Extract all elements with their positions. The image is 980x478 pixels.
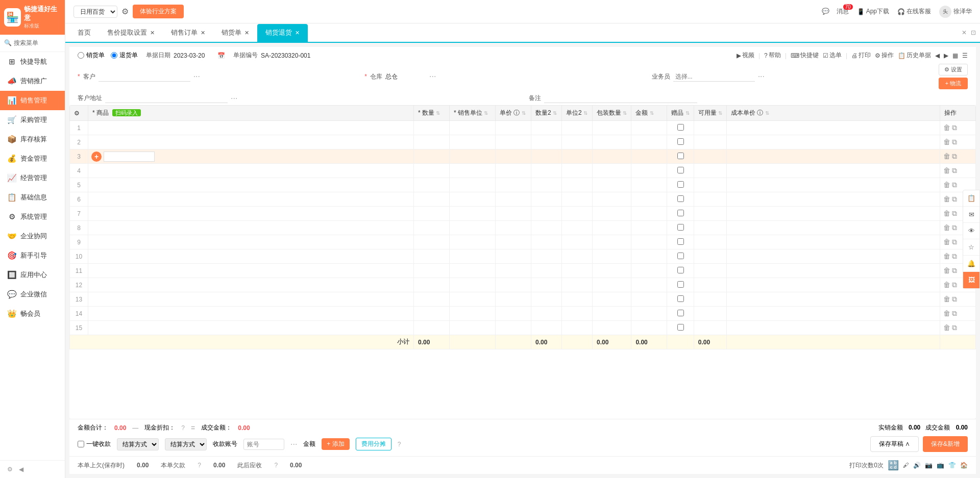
delete-icon[interactable]: 🗑 — [943, 181, 950, 189]
price-cell[interactable] — [496, 178, 531, 192]
copy-icon[interactable]: ⧉ — [952, 123, 957, 132]
toolbar-prev[interactable]: ◀ — [935, 52, 940, 59]
gift-checkbox[interactable] — [677, 224, 684, 231]
product-cell[interactable] — [88, 307, 414, 321]
unit-cell[interactable] — [450, 135, 496, 149]
copy-icon[interactable]: ⧉ — [952, 152, 957, 160]
unit-cell[interactable] — [450, 321, 496, 335]
cost-price-cell[interactable] — [727, 135, 940, 149]
available-cell[interactable] — [694, 278, 726, 292]
qty-cell[interactable] — [414, 249, 450, 264]
toolbar-icon-4[interactable]: 📺 — [937, 462, 944, 469]
calendar-icon[interactable]: 📅 — [217, 52, 225, 59]
avail-sort-icon[interactable]: ⇅ — [718, 110, 722, 116]
unit-cell[interactable] — [450, 221, 496, 235]
tab-sales-order-close[interactable]: ✕ — [201, 30, 205, 36]
price-cell[interactable] — [496, 278, 531, 292]
add-payment-button[interactable]: + 添加 — [322, 438, 349, 450]
unit2-cell[interactable] — [562, 135, 593, 149]
amount-cell[interactable] — [631, 321, 667, 335]
qty-cell[interactable] — [414, 149, 450, 164]
cost-price-cell[interactable] — [727, 235, 940, 249]
unit-cell[interactable] — [450, 207, 496, 221]
available-cell[interactable] — [694, 221, 726, 235]
gift-cell[interactable] — [667, 178, 694, 192]
unit-cell[interactable] — [450, 278, 496, 292]
amount-cell[interactable] — [631, 292, 667, 307]
warehouse-more-icon[interactable]: ··· — [429, 72, 436, 81]
logistics-button[interactable]: + 物流 — [939, 78, 968, 89]
online-service-item[interactable]: 🎧 在线客服 — [897, 7, 931, 16]
pkg-qty-cell[interactable] — [593, 264, 631, 278]
sidebar-item-member[interactable]: 👑 畅会员 — [0, 304, 65, 323]
cost-price-cell[interactable] — [727, 221, 940, 235]
sidebar-collapse-icon[interactable]: ◀ — [19, 466, 23, 473]
delete-icon[interactable]: 🗑 — [943, 238, 950, 246]
table-gear-icon[interactable]: ⚙ — [74, 110, 80, 117]
gift-cell[interactable] — [667, 149, 694, 164]
price-cell[interactable] — [496, 121, 531, 135]
tab-sales-delivery[interactable]: 销货单 ✕ — [213, 24, 257, 42]
right-btn-2[interactable]: ✉ — [963, 207, 979, 223]
radio-return[interactable] — [111, 52, 117, 59]
cost-price-cell[interactable] — [727, 164, 940, 178]
qty2-cell[interactable] — [531, 135, 562, 149]
one-click-checkbox[interactable] — [78, 441, 84, 447]
search-menu-item[interactable]: 🔍 搜索菜单 — [0, 35, 65, 52]
account-more-icon[interactable]: ··· — [290, 440, 297, 449]
copy-icon[interactable]: ⧉ — [952, 223, 957, 232]
unit-cell[interactable] — [450, 121, 496, 135]
unit-sort-icon[interactable]: ⇅ — [484, 110, 488, 116]
delete-icon[interactable]: 🗑 — [943, 295, 950, 303]
right-btn-3[interactable]: 👁 — [963, 223, 979, 239]
amount-cell[interactable] — [631, 149, 667, 164]
toolbar-icon-6[interactable]: 🏠 — [960, 462, 968, 469]
cost-price-cell[interactable] — [727, 307, 940, 321]
copy-icon[interactable]: ⧉ — [952, 166, 957, 174]
cost-price-cell[interactable] — [727, 192, 940, 207]
pkg-sort-icon[interactable]: ⇅ — [623, 110, 627, 116]
unit2-cell[interactable] — [562, 321, 593, 335]
save-new-button[interactable]: 保存&新增 — [923, 436, 968, 452]
available-cell[interactable] — [694, 121, 726, 135]
available-cell[interactable] — [694, 178, 726, 192]
tab-sales-return-close[interactable]: ✕ — [295, 30, 300, 36]
address-more-icon[interactable]: ··· — [231, 94, 237, 103]
qty2-cell[interactable] — [531, 321, 562, 335]
customer-input[interactable] — [99, 72, 190, 82]
tab-sales-delivery-close[interactable]: ✕ — [244, 30, 249, 36]
gift-checkbox[interactable] — [677, 281, 684, 288]
cost-sort-icon[interactable]: ⇅ — [765, 110, 769, 116]
price-cell[interactable] — [496, 235, 531, 249]
col-gear[interactable]: ⚙ — [70, 106, 88, 121]
sidebar-item-inventory[interactable]: 📦 库存核算 — [0, 130, 65, 149]
user-info[interactable]: 头 徐泽华 — [939, 6, 972, 18]
qty2-cell[interactable] — [531, 121, 562, 135]
amount-cell[interactable] — [631, 307, 667, 321]
sidebar-item-marketing[interactable]: 📣 营销推广 — [0, 71, 65, 91]
copy-icon[interactable]: ⧉ — [952, 209, 957, 217]
qty2-cell[interactable] — [531, 292, 562, 307]
amount-cell[interactable] — [631, 221, 667, 235]
product-cell[interactable]: + — [88, 149, 414, 164]
copy-icon[interactable]: ⧉ — [952, 323, 957, 332]
unit-cell[interactable] — [450, 192, 496, 207]
amount-cell[interactable] — [631, 207, 667, 221]
tab-price-setting[interactable]: 售价提取设置 ✕ — [99, 24, 163, 42]
cost-price-cell[interactable] — [727, 207, 940, 221]
unit2-cell[interactable] — [562, 207, 593, 221]
unit2-cell[interactable] — [562, 221, 593, 235]
price-cell[interactable] — [496, 307, 531, 321]
gift-sort-icon[interactable]: ⇅ — [685, 110, 690, 116]
product-input[interactable] — [104, 152, 155, 162]
qty-cell[interactable] — [414, 307, 450, 321]
delete-icon[interactable]: 🗑 — [943, 138, 950, 146]
gift-cell[interactable] — [667, 235, 694, 249]
cost-price-cell[interactable] — [727, 121, 940, 135]
amount-cell[interactable] — [631, 164, 667, 178]
qty-cell[interactable] — [414, 321, 450, 335]
qty-cell[interactable] — [414, 292, 450, 307]
fee-help-icon[interactable]: ? — [398, 441, 401, 448]
unit-cell[interactable] — [450, 249, 496, 264]
toolbar-icon-5[interactable]: 👕 — [948, 462, 956, 469]
